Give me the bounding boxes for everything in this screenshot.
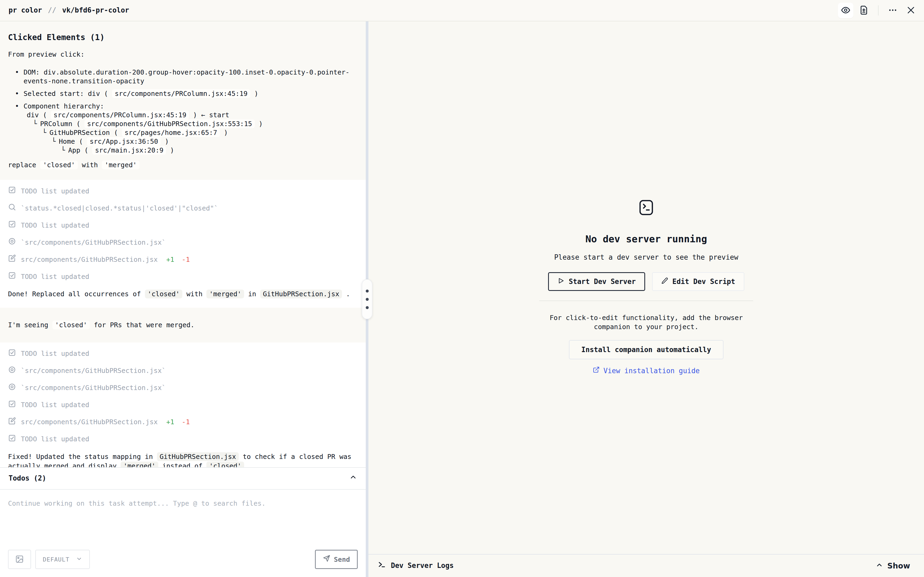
close-icon <box>906 5 916 16</box>
companion-help-text: For click-to-edit functionality, add the… <box>547 313 745 332</box>
check-square-icon <box>8 400 16 410</box>
dom-bullet: DOM: div.absolute.duration-200.group-hov… <box>24 68 358 85</box>
tool-call-todo[interactable]: TODO list updated <box>8 221 358 230</box>
preview-subtitle: Please start a dev server to see the pre… <box>554 253 738 262</box>
diff-removed-count: -1 <box>182 417 190 427</box>
user-message: I'm seeing 'closed' for PRs that were me… <box>0 308 366 342</box>
tree-line: └App ( src/main.jsx:20:9 ) <box>24 146 358 155</box>
preview-toggle-button[interactable] <box>838 3 853 18</box>
file-path-pill: src/components/PRColumn.jsx:45:19 <box>112 89 250 98</box>
terminal-prompt-icon <box>378 561 386 571</box>
tool-call-todo[interactable]: TODO list updated <box>8 350 358 358</box>
task-title: pr color // vk/bfd6-pr-color <box>8 6 129 15</box>
tool-call-read-file[interactable]: `src/components/GitHubPRSection.jsx` <box>8 238 358 247</box>
file-diff-icon <box>859 5 869 16</box>
file-path-pill: src/components/PRColumn.jsx:45:19 <box>51 111 189 119</box>
install-companion-button[interactable]: Install companion automatically <box>569 340 723 359</box>
file-path-pill: src/pages/home.jsx:65:7 <box>122 128 220 137</box>
title-separator: // <box>48 6 56 15</box>
toolbar-divider <box>878 5 879 16</box>
chevron-down-icon <box>76 556 82 563</box>
tool-call-todo[interactable]: TODO list updated <box>8 401 358 409</box>
clicked-elements-list: DOM: div.absolute.duration-200.group-hov… <box>8 68 358 155</box>
profile-select[interactable]: DEFAULT <box>35 550 90 569</box>
selected-start-bullet: Selected start: div ( src/components/PRC… <box>24 89 358 98</box>
edit-icon <box>8 417 16 427</box>
composer-controls: DEFAULT Send <box>8 550 358 569</box>
send-label: Send <box>334 556 350 563</box>
diff-button[interactable] <box>856 3 872 18</box>
diff-added-count: +1 <box>166 417 174 427</box>
file-path-pill: src/main.jsx:20:9 <box>92 146 166 155</box>
installation-guide-link[interactable]: View installation guide <box>593 366 700 376</box>
tool-call-edit-file[interactable]: src/components/GitHubPRSection.jsx +1 -1 <box>8 418 358 427</box>
tool-call-todo[interactable]: TODO list updated <box>8 435 358 444</box>
preview-empty-state: No dev server running Please start a dev… <box>368 21 924 554</box>
tree-line: └Home ( src/App.jsx:36:50 ) <box>24 137 358 146</box>
pencil-icon <box>661 277 668 286</box>
check-square-icon <box>8 434 16 445</box>
composer-spacer <box>94 550 311 569</box>
clicked-elements-heading: Clicked Elements (1) <box>8 32 358 43</box>
file-path-pill: src/App.jsx:36:50 <box>87 137 161 146</box>
panel-resize-divider[interactable] <box>366 21 368 577</box>
file-path-pill: src/components/GitHubPRSection.jsx:553:1… <box>84 119 255 128</box>
check-square-icon <box>8 186 16 196</box>
tool-call-read-file[interactable]: `src/components/GitHubPRSection.jsx` <box>8 366 358 375</box>
user-request-text: I'm seeing 'closed' for PRs that were me… <box>8 321 358 330</box>
edit-dev-script-button[interactable]: Edit Dev Script <box>652 272 744 291</box>
close-button[interactable] <box>903 3 919 18</box>
tool-call-read-file[interactable]: `src/components/GitHubPRSection.jsx` <box>8 384 358 392</box>
diff-added-count: +1 <box>166 255 174 264</box>
profile-value: DEFAULT <box>43 556 69 563</box>
task-name: pr color <box>8 6 42 15</box>
terminal-icon <box>639 200 653 218</box>
tree-line: └PRColumn ( src/components/GitHubPRSecti… <box>24 119 358 128</box>
conversation-scroll[interactable]: Clicked Elements (1) From preview click:… <box>0 21 366 467</box>
show-logs-button[interactable]: Show <box>874 561 912 571</box>
circle-dot-icon <box>8 237 16 248</box>
preview-title: No dev server running <box>585 233 707 246</box>
app-window: pr color // vk/bfd6-pr-color <box>0 0 924 577</box>
branch-name: vk/bfd6-pr-color <box>62 6 129 15</box>
diff-removed-count: -1 <box>182 255 190 264</box>
section-divider <box>539 301 753 301</box>
dev-server-logs-title: Dev Server Logs <box>378 561 454 571</box>
clicked-elements-intro: From preview click: <box>8 50 358 59</box>
attach-image-button[interactable] <box>8 550 31 569</box>
start-dev-server-button[interactable]: Start Dev Server <box>548 272 645 291</box>
tool-call-edit-file[interactable]: src/components/GitHubPRSection.jsx +1 -1 <box>8 255 358 264</box>
send-plane-icon <box>323 555 330 564</box>
tool-call-search[interactable]: `status.*closed|closed.*status|'closed'|… <box>8 204 358 213</box>
user-message: Clicked Elements (1) From preview click:… <box>0 21 366 180</box>
edit-icon <box>8 254 16 265</box>
tool-call-todo[interactable]: TODO list updated <box>8 272 358 281</box>
message-input[interactable] <box>8 499 358 545</box>
conversation-panel: Clicked Elements (1) From preview click:… <box>0 21 366 577</box>
send-button[interactable]: Send <box>315 550 358 569</box>
search-icon <box>8 203 16 213</box>
check-square-icon <box>8 348 16 359</box>
agent-response: TODO list updated `status.*closed|closed… <box>0 180 366 308</box>
user-request-text: replace 'closed' with 'merged' <box>8 161 358 169</box>
check-square-icon <box>8 220 16 230</box>
preview-panel: No dev server running Please start a dev… <box>368 21 924 577</box>
todos-section-header[interactable]: Todos (2) <box>0 467 366 490</box>
chevron-up-icon <box>349 473 357 484</box>
agent-message-text: Fixed! Updated the status mapping in Git… <box>8 452 358 467</box>
circle-dot-icon <box>8 366 16 376</box>
more-options-button[interactable] <box>885 3 900 18</box>
dev-server-buttons: Start Dev Server Edit Dev Script <box>548 272 744 291</box>
component-hierarchy-tree: div ( src/components/PRColumn.jsx:45:19 … <box>24 111 358 155</box>
ellipsis-icon <box>888 5 898 16</box>
composer: DEFAULT Send <box>0 490 366 577</box>
external-link-icon <box>593 366 600 376</box>
tree-line: └GitHubPRSection ( src/pages/home.jsx:65… <box>24 128 358 137</box>
image-icon <box>15 555 24 564</box>
play-icon <box>557 277 564 286</box>
tool-call-todo[interactable]: TODO list updated <box>8 187 358 195</box>
panel-resize-handle[interactable] <box>362 279 372 319</box>
eye-icon <box>841 5 850 16</box>
todos-label: Todos (2) <box>8 474 46 483</box>
agent-message-text: Done! Replaced all occurrences of 'close… <box>8 289 358 299</box>
